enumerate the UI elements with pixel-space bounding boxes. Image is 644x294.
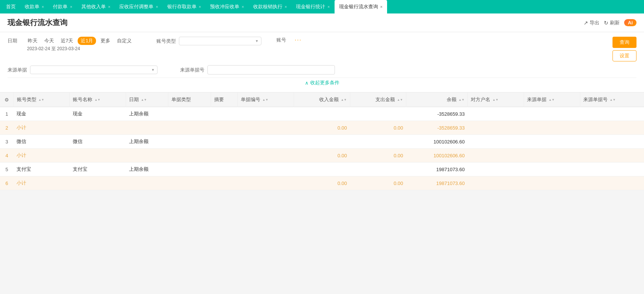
sort-date-icon: ▲▼ (141, 98, 147, 101)
collapse-up-icon: ∧ (305, 80, 309, 86)
row-balance: 19871073.60 (406, 163, 468, 176)
settings-button[interactable]: 设置 (612, 50, 636, 61)
account-type-select[interactable]: ▾ (179, 37, 261, 45)
row-account-name (70, 176, 126, 190)
th-source-doc-num[interactable]: 来源单据号 ▲▼ (580, 93, 644, 107)
refresh-button[interactable]: ↻ 刷新 (604, 19, 620, 26)
close-other-income-tab[interactable]: × (108, 0, 110, 13)
row-expense (350, 135, 406, 149)
source-doc-select[interactable]: ▾ (30, 66, 158, 74)
row-counterpart (468, 176, 524, 190)
table-row: 2小计0.000.00-3528659.33 (0, 121, 644, 135)
date-range-display: 2023-02-24 至 2023-03-24 (27, 46, 80, 51)
row-source-doc (524, 163, 580, 176)
row-source-doc (524, 176, 580, 190)
nav-tab-receipt[interactable]: 收款单 × (20, 0, 48, 13)
close-adjustment-tab[interactable]: × (156, 0, 158, 13)
row-num-cell: 3 (0, 135, 14, 149)
source-doc-arrow-icon: ▾ (152, 67, 154, 72)
table-row: 4小计0.000.00100102606.60 (0, 149, 644, 163)
row-income: 0.00 (294, 176, 350, 190)
query-button[interactable]: 查询 (612, 37, 636, 48)
row-account-name: 支付宝 (70, 163, 126, 176)
th-income[interactable]: 收入金额 ▲▼ (294, 93, 350, 107)
sort-account-type-icon: ▲▼ (38, 98, 44, 101)
nav-tab-verification[interactable]: 收款核销执行 × (249, 0, 291, 13)
row-doc-type (168, 163, 211, 176)
page-header: 现金银行流水查询 ↗ 导出 ↻ 刷新 Ai (0, 13, 644, 32)
row-doc-type (168, 107, 211, 121)
row-summary (211, 176, 237, 190)
table-row: 3微信微信上期余额100102606.60 (0, 135, 644, 149)
source-doc-num-input[interactable] (207, 65, 335, 75)
nav-tab-payment[interactable]: 付款单 × (48, 0, 77, 13)
row-expense: 0.00 (350, 176, 406, 190)
th-doc-number[interactable]: 单据编号 ▲▼ (237, 93, 294, 107)
row-num-cell: 4 (0, 149, 14, 163)
account-label: 账号 (276, 37, 291, 43)
row-date: 上期余额 (126, 107, 168, 121)
row-counterpart (468, 121, 524, 135)
date-options: 昨天 今天 近7天 近1月 更多 自定义 (26, 37, 134, 45)
th-gear[interactable]: ⚙ (0, 93, 14, 107)
table-container: ⚙ 账号类型 ▲▼ 账号名称 ▲▼ 日期 ▲▼ 单据类型 摘 (0, 93, 644, 190)
th-expense[interactable]: 支出金额 ▲▼ (350, 93, 406, 107)
close-payment-tab[interactable]: × (70, 0, 72, 13)
nav-home[interactable]: 首页 (2, 0, 20, 13)
close-bank-stats-tab[interactable]: × (327, 0, 330, 13)
row-date: 上期余额 (126, 135, 168, 149)
nav-tab-other-income[interactable]: 其他收入单 × (77, 0, 115, 13)
date-yesterday[interactable]: 昨天 (26, 37, 40, 45)
th-counterpart[interactable]: 对方户名 ▲▼ (468, 93, 524, 107)
th-account-name[interactable]: 账号名称 ▲▼ (70, 93, 126, 107)
close-receipt-tab[interactable]: × (42, 0, 44, 13)
collapse-button[interactable]: ∧ 收起更多条件 (8, 78, 636, 88)
row-source-doc (524, 121, 580, 135)
source-doc-label: 来源单据 (8, 67, 27, 73)
row-account-name (70, 149, 126, 163)
nav-tab-bank-flow[interactable]: 现金银行流水查询 × (335, 0, 387, 13)
close-verification-tab[interactable]: × (285, 0, 287, 13)
row-summary (211, 107, 237, 121)
ai-button[interactable]: Ai (624, 19, 636, 26)
row-doc-number (237, 107, 294, 121)
nav-tab-adjustment[interactable]: 应收应付调整单 × (115, 0, 162, 13)
date-more[interactable]: 更多 (98, 37, 113, 45)
sort-account-name-icon: ▲▼ (95, 98, 101, 101)
th-date[interactable]: 日期 ▲▼ (126, 93, 168, 107)
date-7days[interactable]: 近7天 (59, 37, 75, 45)
export-button[interactable]: ↗ 导出 (584, 19, 599, 26)
row-doc-type (168, 176, 211, 190)
row-account-name: 微信 (70, 135, 126, 149)
th-balance[interactable]: 余额 ▲▼ (406, 93, 468, 107)
top-navigation: 首页 收款单 × 付款单 × 其他收入单 × 应收应付调整单 × 银行存取款单 … (0, 0, 644, 13)
gear-icon[interactable]: ⚙ (5, 97, 9, 103)
th-account-type[interactable]: 账号类型 ▲▼ (14, 93, 70, 107)
account-dots[interactable]: ··· (294, 37, 302, 43)
row-num-cell: 2 (0, 121, 14, 135)
row-account-name: 现金 (70, 107, 126, 121)
date-1month[interactable]: 近1月 (78, 37, 96, 45)
nav-tab-bank-stats[interactable]: 现金银行统计 × (291, 0, 334, 13)
row-balance: 19871073.60 (406, 176, 468, 190)
row-source-doc-num (580, 107, 644, 121)
close-bank-flow-tab[interactable]: × (380, 0, 383, 13)
row-source-doc-num (580, 135, 644, 149)
date-custom[interactable]: 自定义 (115, 37, 134, 45)
sort-counterpart-icon: ▲▼ (492, 98, 498, 101)
th-source-doc[interactable]: 来源单据 ▲▼ (524, 93, 580, 107)
row-date (126, 121, 168, 135)
row-counterpart (468, 135, 524, 149)
nav-tab-bank-deposit[interactable]: 银行存取款单 × (163, 0, 206, 13)
close-bank-deposit-tab[interactable]: × (199, 0, 201, 13)
close-advance-tab[interactable]: × (242, 0, 244, 13)
row-balance: 100102606.60 (406, 135, 468, 149)
row-doc-number (237, 135, 294, 149)
nav-tab-advance[interactable]: 预收冲应收单 × (206, 0, 248, 13)
date-today[interactable]: 今天 (42, 37, 56, 45)
row-counterpart (468, 149, 524, 163)
row-account-type: 微信 (14, 135, 70, 149)
page-title: 现金银行流水查询 (8, 18, 68, 28)
row-doc-number (237, 163, 294, 176)
refresh-icon: ↻ (604, 20, 608, 26)
